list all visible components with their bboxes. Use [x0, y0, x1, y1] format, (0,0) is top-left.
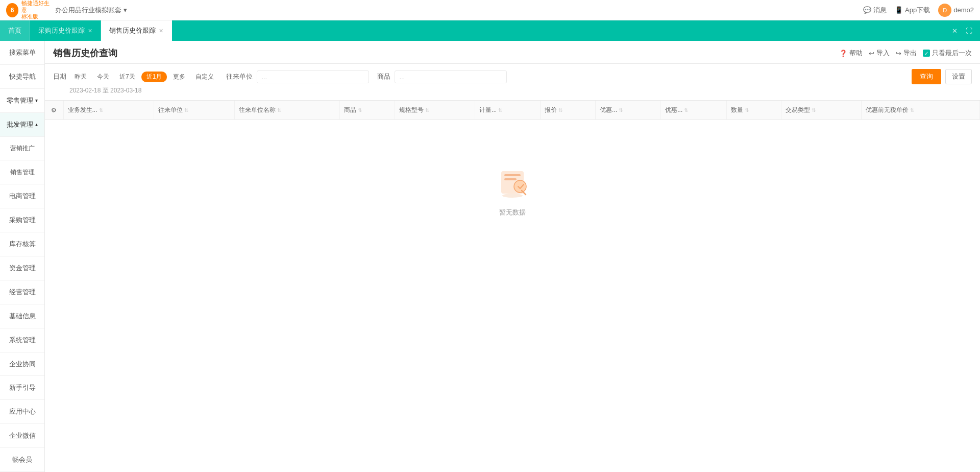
import-icon: ↩: [869, 50, 874, 57]
date-btn-1month[interactable]: 近1月: [141, 72, 167, 82]
message-button[interactable]: 💬 消息: [863, 6, 887, 15]
th-pretax-price[interactable]: 优惠前无税单价 ⇅: [862, 101, 980, 120]
tab-purchase-history[interactable]: 采购历史价跟踪 ✕: [30, 20, 101, 41]
th-biz-date[interactable]: 业务发生... ⇅: [63, 101, 154, 120]
topbar-right: 💬 消息 📱 App下载 D demo2: [863, 4, 974, 17]
filter-area: 日期 昨天 今天 近7天 近1月 更多 自定义 往来单位 ...: [45, 64, 980, 101]
import-button[interactable]: ↩ 导入: [869, 49, 890, 58]
page-header-actions: ❓ 帮助 ↩ 导入 ↪ 导出 ✓ 只看最后一次: [839, 49, 972, 58]
close-window-button[interactable]: ✕: [949, 26, 960, 36]
mobile-icon: 📱: [895, 6, 903, 14]
chevron-down-icon: ▾: [124, 6, 127, 14]
th-trade-type[interactable]: 交易类型 ⇅: [781, 101, 862, 120]
data-table: ⚙ 业务发生... ⇅ 往来单位 ⇅: [45, 101, 980, 120]
sidebar-item-retail-mgmt[interactable]: 零售管理 ▾: [0, 89, 44, 113]
sidebar-item-enterprise-collab[interactable]: 企业协同: [0, 352, 44, 376]
logo-icon: 6: [6, 3, 18, 17]
filter-buttons: 查询 设置: [912, 69, 972, 84]
close-purchase-history-tab[interactable]: ✕: [88, 28, 92, 34]
export-icon: ↪: [896, 50, 901, 57]
th-discount1[interactable]: 优惠... ⇅: [595, 101, 660, 120]
query-button[interactable]: 查询: [912, 69, 941, 84]
help-button[interactable]: ❓ 帮助: [839, 49, 863, 58]
sidebar-item-operations[interactable]: 经营管理: [0, 280, 44, 304]
date-options: 昨天 今天 近7天 近1月 更多 自定义: [70, 72, 218, 82]
settings-button[interactable]: 设置: [945, 69, 972, 84]
th-quote[interactable]: 报价 ⇅: [541, 101, 596, 120]
partner-input[interactable]: ...: [257, 70, 369, 83]
sidebar-item-basic-info[interactable]: 基础信息: [0, 304, 44, 328]
sort-icon: ⇅: [619, 107, 623, 113]
topbar: 6 畅捷通好生意 标准版 办公用品行业模拟账套 ▾ 💬 消息 📱 App下载 D…: [0, 0, 980, 20]
th-gear[interactable]: ⚙: [45, 101, 63, 120]
logo-text: 畅捷通好生意 标准版: [21, 0, 51, 20]
sidebar-item-new-guide[interactable]: 新手引导: [0, 376, 44, 400]
help-icon: ❓: [839, 50, 847, 57]
filter-row-1: 日期 昨天 今天 近7天 近1月 更多 自定义 往来单位 ...: [53, 69, 972, 84]
gear-icon[interactable]: ⚙: [51, 107, 57, 114]
sidebar-item-inventory[interactable]: 库存核算: [0, 232, 44, 256]
table-container: ⚙ 业务发生... ⇅ 往来单位 ⇅: [45, 101, 980, 472]
sort-icon: ⇅: [99, 107, 103, 113]
sidebar-item-sales-mgmt[interactable]: 销售管理: [0, 160, 44, 184]
sort-icon: ⇅: [277, 107, 281, 113]
commodity-filter-group: 商品 ...: [377, 70, 507, 83]
sort-icon: ⇅: [684, 107, 688, 113]
th-discount2[interactable]: 优惠... ⇅: [661, 101, 726, 120]
date-btn-more[interactable]: 更多: [169, 72, 189, 82]
sidebar-item-ecommerce[interactable]: 电商管理: [0, 184, 44, 208]
only-last-checkbox[interactable]: ✓: [923, 50, 930, 57]
tab-home[interactable]: 首页: [0, 20, 30, 41]
th-unit[interactable]: 计量... ⇅: [475, 101, 541, 120]
main-layout: 搜索菜单 快捷导航 零售管理 ▾ 批发管理 ▴ 营销推广 销售管理 电商管理 采…: [0, 41, 980, 472]
sort-icon: ⇅: [425, 107, 429, 113]
th-partner-name[interactable]: 往来单位名称 ⇅: [234, 101, 340, 120]
close-sales-history-tab[interactable]: ✕: [159, 28, 163, 34]
topbar-left: 6 畅捷通好生意 标准版 办公用品行业模拟账套 ▾: [6, 0, 127, 20]
sidebar-item-finance[interactable]: 资金管理: [0, 256, 44, 280]
sidebar-item-system-mgmt[interactable]: 系统管理: [0, 328, 44, 352]
commodity-input-value: ...: [399, 73, 405, 81]
date-filter-group: 日期 昨天 今天 近7天 近1月 更多 自定义: [53, 72, 218, 82]
date-btn-7days[interactable]: 近7天: [115, 72, 139, 82]
export-button[interactable]: ↪ 导出: [896, 49, 917, 58]
date-btn-today[interactable]: 今天: [93, 72, 113, 82]
sidebar-item-search-menu[interactable]: 搜索菜单: [0, 41, 44, 65]
sort-icon: ⇅: [812, 107, 816, 113]
sort-icon: ⇅: [910, 107, 914, 113]
sort-icon: ⇅: [358, 107, 362, 113]
empty-icon: [492, 161, 533, 202]
sidebar-item-app-center[interactable]: 应用中心: [0, 400, 44, 424]
app-download-button[interactable]: 📱 App下载: [895, 6, 930, 15]
maximize-button[interactable]: ⛶: [964, 26, 974, 36]
svg-rect-3: [504, 178, 517, 180]
svg-point-4: [514, 180, 526, 193]
th-commodity[interactable]: 商品 ⇅: [340, 101, 395, 120]
date-btn-custom[interactable]: 自定义: [191, 72, 218, 82]
table-header-row: ⚙ 业务发生... ⇅ 往来单位 ⇅: [45, 101, 980, 120]
empty-text: 暂无数据: [499, 208, 526, 217]
chevron-down-icon: ▾: [35, 98, 38, 103]
sidebar-item-enterprise-wechat[interactable]: 企业微信: [0, 424, 44, 448]
sidebar-item-purchase-mgmt[interactable]: 采购管理: [0, 208, 44, 232]
user-menu[interactable]: D demo2: [938, 4, 974, 17]
only-last-checkbox-group[interactable]: ✓ 只看最后一次: [923, 49, 972, 58]
th-partner-code[interactable]: 往来单位 ⇅: [154, 101, 234, 120]
sidebar-item-quick-nav[interactable]: 快捷导航: [0, 65, 44, 89]
commodity-input[interactable]: ...: [395, 70, 507, 83]
workspace-selector[interactable]: 办公用品行业模拟账套 ▾: [55, 6, 127, 15]
chevron-up-icon: ▴: [35, 122, 38, 127]
sidebar-item-marketing[interactable]: 营销推广: [0, 137, 44, 161]
partner-filter-group: 往来单位 ...: [226, 70, 369, 83]
avatar: D: [938, 4, 951, 17]
sidebar-item-wholesale-mgmt[interactable]: 批发管理 ▴: [0, 113, 44, 137]
logo-area: 6 畅捷通好生意 标准版: [6, 0, 51, 20]
tab-sales-history[interactable]: 销售历史价跟踪 ✕: [101, 20, 172, 41]
th-quantity[interactable]: 数量 ⇅: [726, 101, 781, 120]
sort-icon: ⇅: [498, 107, 502, 113]
svg-point-0: [502, 194, 523, 198]
sort-icon: ⇅: [558, 107, 562, 113]
date-btn-yesterday[interactable]: 昨天: [70, 72, 91, 82]
th-spec[interactable]: 规格型号 ⇅: [395, 101, 475, 120]
sidebar-item-member[interactable]: 畅会员: [0, 448, 44, 472]
